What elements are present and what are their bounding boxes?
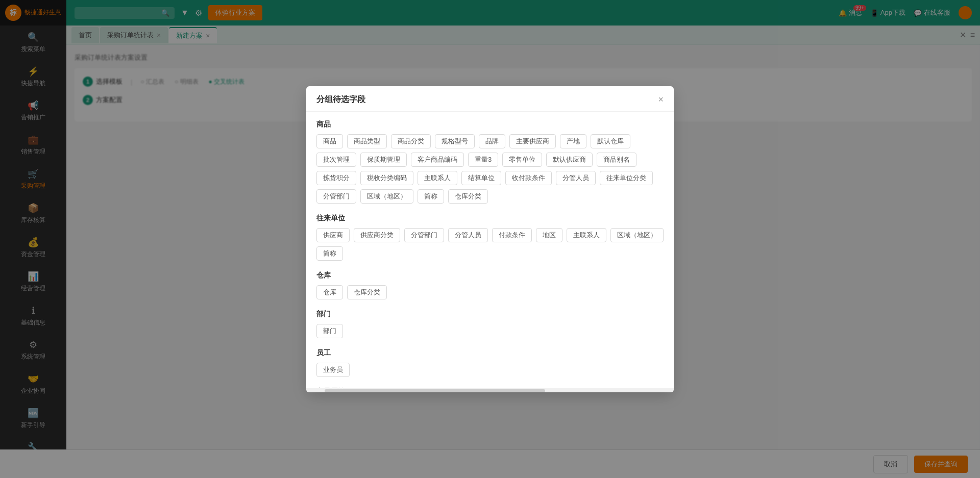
dialog-scroll-bar [306, 388, 674, 392]
dialog: 分组待选字段 × 商品商品商品类型商品分类规格型号品牌主要供应商产地默认仓库批次… [306, 86, 674, 392]
field-tag-goods-18[interactable]: 结算单位 [461, 171, 501, 185]
field-tag-goods-15[interactable]: 拣货积分 [316, 171, 356, 185]
field-tag-goods-10[interactable]: 客户商品编码 [411, 153, 464, 167]
dialog-body: 商品商品商品类型商品分类规格型号品牌主要供应商产地默认仓库批次管理保质期管理客户… [306, 112, 674, 388]
dialog-close-btn[interactable]: × [658, 94, 664, 105]
field-tag-goods-9[interactable]: 保质期管理 [360, 153, 407, 167]
field-tag-goods-12[interactable]: 零售单位 [502, 153, 542, 167]
field-tag-goods-25[interactable]: 仓库分类 [448, 189, 488, 204]
field-tag-goods-13[interactable]: 默认供应商 [546, 153, 593, 167]
field-tags-department: 部门 [316, 324, 664, 338]
field-tag-goods-1[interactable]: 商品类型 [347, 134, 387, 148]
field-section-partner: 往来单位供应商供应商分类分管部门分管人员付款条件地区主联系人区域（地区）简称 [316, 214, 664, 261]
modal-overlay: 分组待选字段 × 商品商品商品类型商品分类规格型号品牌主要供应商产地默认仓库批次… [0, 0, 980, 478]
field-tag-goods-8[interactable]: 批次管理 [316, 153, 356, 167]
field-tag-goods-21[interactable]: 往来单位分类 [600, 171, 653, 185]
field-tag-partner-4[interactable]: 付款条件 [492, 228, 532, 242]
dialog-title: 分组待选字段 [316, 94, 365, 105]
field-tag-goods-6[interactable]: 产地 [560, 134, 586, 148]
field-tag-goods-24[interactable]: 简称 [418, 189, 444, 204]
field-tag-goods-3[interactable]: 规格型号 [435, 134, 475, 148]
field-tags-partner: 供应商供应商分类分管部门分管人员付款条件地区主联系人区域（地区）简称 [316, 228, 664, 261]
field-tag-goods-19[interactable]: 收付款条件 [505, 171, 552, 185]
field-tag-partner-6[interactable]: 主联系人 [567, 228, 606, 242]
field-tag-goods-0[interactable]: 商品 [316, 134, 343, 148]
field-tag-goods-23[interactable]: 区域（地区） [360, 189, 413, 204]
field-tag-goods-16[interactable]: 税收分类编码 [360, 171, 413, 185]
field-tag-goods-2[interactable]: 商品分类 [391, 134, 431, 148]
field-section-title-goods: 商品 [316, 120, 664, 129]
field-tag-warehouse-0[interactable]: 仓库 [316, 285, 343, 299]
field-section-employee: 员工业务员 [316, 348, 664, 377]
field-tag-partner-0[interactable]: 供应商 [316, 228, 350, 242]
field-tag-warehouse-1[interactable]: 仓库分类 [347, 285, 387, 299]
field-tags-goods: 商品商品类型商品分类规格型号品牌主要供应商产地默认仓库批次管理保质期管理客户商品… [316, 134, 664, 204]
field-tag-goods-7[interactable]: 默认仓库 [591, 134, 630, 148]
dialog-header: 分组待选字段 × [306, 86, 674, 112]
field-tag-goods-20[interactable]: 分管人员 [556, 171, 596, 185]
field-section-title-employee: 员工 [316, 348, 664, 358]
field-section-title-department: 部门 [316, 310, 664, 319]
field-tag-partner-8[interactable]: 简称 [316, 246, 343, 261]
field-tag-partner-7[interactable]: 区域（地区） [610, 228, 664, 242]
field-tag-employee-0[interactable]: 业务员 [316, 363, 350, 377]
field-tag-partner-1[interactable]: 供应商分类 [354, 228, 400, 242]
field-tag-goods-22[interactable]: 分管部门 [316, 189, 356, 204]
field-tag-partner-3[interactable]: 分管人员 [448, 228, 488, 242]
field-tag-partner-5[interactable]: 地区 [536, 228, 562, 242]
field-section-title-partner: 往来单位 [316, 214, 664, 223]
field-tag-partner-2[interactable]: 分管部门 [404, 228, 444, 242]
dialog-scroll-thumb [325, 389, 545, 392]
field-section-warehouse: 仓库仓库仓库分类 [316, 271, 664, 299]
field-section-title-warehouse: 仓库 [316, 271, 664, 280]
field-tag-goods-5[interactable]: 主要供应商 [509, 134, 556, 148]
field-tags-warehouse: 仓库仓库分类 [316, 285, 664, 299]
field-tag-department-0[interactable]: 部门 [316, 324, 343, 338]
field-section-department: 部门部门 [316, 310, 664, 338]
field-section-goods: 商品商品商品类型商品分类规格型号品牌主要供应商产地默认仓库批次管理保质期管理客户… [316, 120, 664, 204]
field-tag-goods-17[interactable]: 主联系人 [418, 171, 457, 185]
field-tags-employee: 业务员 [316, 363, 664, 377]
field-tag-goods-4[interactable]: 品牌 [479, 134, 505, 148]
field-tag-goods-11[interactable]: 重量3 [468, 153, 498, 167]
field-tag-goods-14[interactable]: 商品别名 [597, 153, 636, 167]
